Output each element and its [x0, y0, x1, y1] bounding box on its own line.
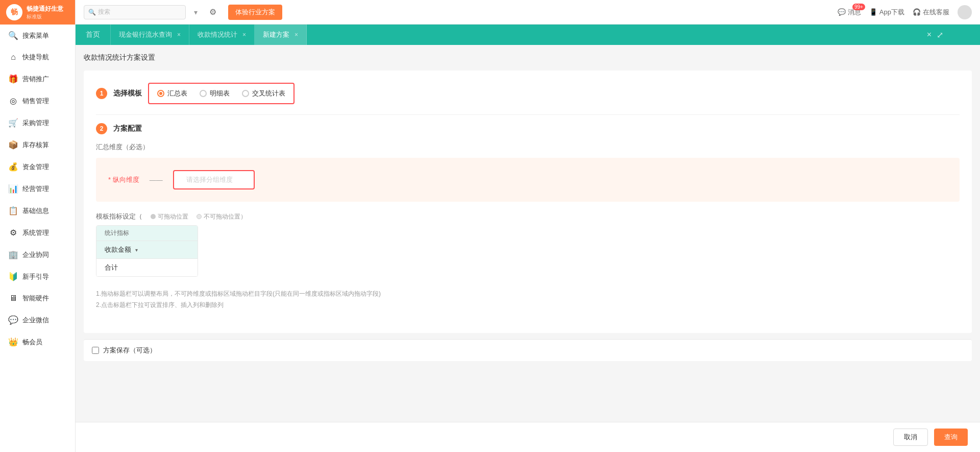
- radio-summary-circle: [157, 90, 164, 97]
- template-selection: 汇总表 明细表 交叉统计表: [148, 83, 295, 104]
- query-button[interactable]: 查询: [934, 429, 968, 446]
- sidebar-logo: 畅 畅捷通好生意 标准版: [0, 0, 75, 25]
- non-draggable-label: 不可拖动位置）: [204, 212, 247, 221]
- header-right: 💬 消息 99+ 📱 App下载 🎧 在线客服: [838, 5, 972, 19]
- vertical-dim-label: * 纵向维度: [108, 175, 139, 184]
- notice-badge: 99+: [852, 4, 865, 10]
- dropdown-arrow-icon[interactable]: ▾: [194, 8, 198, 16]
- sidebar-label-quick-nav: 快捷导航: [22, 53, 49, 62]
- sidebar-item-quick-nav[interactable]: ⌂ 快捷导航: [0, 46, 75, 68]
- app-download-label: App下载: [879, 8, 904, 17]
- cancel-button[interactable]: 取消: [893, 429, 928, 446]
- indicators-group-header: 统计指标: [96, 226, 198, 241]
- app-download-btn[interactable]: 📱 App下载: [869, 8, 904, 17]
- wechat-icon: 💬: [8, 315, 18, 325]
- sidebar-item-newbie[interactable]: 🔰 新手引导: [0, 266, 75, 288]
- sidebar-label-sales: 销售管理: [22, 97, 49, 106]
- step1-label: 选择模板: [113, 89, 142, 98]
- settings-icon[interactable]: ⚙: [206, 5, 220, 19]
- sidebar-label-basic: 基础信息: [22, 206, 49, 216]
- sidebar-item-member[interactable]: 👑 畅会员: [0, 331, 75, 353]
- tab-collection-stat-label: 收款情况统计: [198, 30, 237, 39]
- step1-num: 1: [96, 88, 107, 99]
- tab-expand-icon[interactable]: ⤢: [937, 30, 943, 40]
- sidebar-item-finance[interactable]: 💰 资金管理: [0, 156, 75, 178]
- sidebar-label-system: 系统管理: [22, 228, 49, 237]
- tab-close-all-icon[interactable]: ×: [927, 30, 932, 39]
- tab-new-plan[interactable]: 新建方案 ×: [255, 25, 307, 45]
- search-menu-icon: 🔍: [8, 31, 18, 40]
- sales-icon: ◎: [8, 96, 18, 106]
- tab-new-plan-close[interactable]: ×: [295, 31, 298, 38]
- sidebar-label-newbie: 新手引导: [22, 272, 49, 281]
- notice-btn[interactable]: 💬 消息 99+: [838, 8, 861, 17]
- search-input-area[interactable]: 🔍 搜索: [84, 5, 186, 19]
- sidebar-item-operation[interactable]: 📊 经营管理: [0, 178, 75, 200]
- tab-bank-flow[interactable]: 现金银行流水查询 ×: [111, 25, 189, 45]
- radio-cross-circle: [242, 90, 249, 97]
- sidebar-item-sales[interactable]: ◎ 销售管理: [0, 90, 75, 112]
- online-service-label: 在线客服: [923, 8, 949, 17]
- radio-detail-label: 明细表: [210, 89, 230, 98]
- dim-select-placeholder: 请选择分组维度: [186, 176, 233, 183]
- online-service-btn[interactable]: 🎧 在线客服: [913, 8, 949, 17]
- sidebar-label-member: 畅会员: [22, 338, 42, 347]
- top-header: 🔍 搜索 ▾ ⚙ 体验行业方案 💬 消息 99+ 📱 App下载 🎧 在线客服: [76, 0, 980, 25]
- newbie-icon: 🔰: [8, 272, 18, 281]
- sidebar-item-inventory[interactable]: 📦 库存核算: [0, 134, 75, 156]
- enterprise-icon: 🏢: [8, 250, 18, 259]
- sidebar-item-purchase[interactable]: 🛒 采购管理: [0, 112, 75, 134]
- radio-summary[interactable]: 汇总表: [157, 89, 187, 98]
- industry-btn[interactable]: 体验行业方案: [228, 5, 282, 20]
- radio-cross[interactable]: 交叉统计表: [242, 89, 285, 98]
- main-area: 🔍 搜索 ▾ ⚙ 体验行业方案 💬 消息 99+ 📱 App下载 🎧 在线客服: [76, 0, 980, 452]
- draggable-label: 可拖动位置: [158, 212, 188, 221]
- inventory-icon: 📦: [8, 140, 18, 150]
- sidebar-item-wechat[interactable]: 💬 企业微信: [0, 309, 75, 331]
- step1-header: 1 选择模板 汇总表 明细表 交叉统计表: [96, 83, 960, 104]
- indicator-group-label: 统计指标: [105, 229, 129, 236]
- logo-name: 畅捷通好生意: [27, 5, 63, 13]
- radio-detail-circle: [200, 90, 207, 97]
- tab-home[interactable]: 首页: [76, 25, 111, 45]
- indicators-label-row: 模板指标设定（ 可拖动位置 不可拖动位置）: [96, 212, 960, 221]
- tab-bank-flow-close[interactable]: ×: [177, 31, 181, 38]
- member-icon: 👑: [8, 337, 18, 347]
- tab-controls: × ⤢: [921, 25, 949, 45]
- tab-collection-stat-close[interactable]: ×: [242, 31, 246, 38]
- app-icon: 📱: [869, 8, 877, 16]
- dim-select[interactable]: 请选择分组维度: [173, 170, 255, 189]
- tab-collection-stat[interactable]: 收款情况统计 ×: [189, 25, 255, 45]
- draggable-hint: 可拖动位置: [151, 212, 188, 221]
- col-dropdown-icon[interactable]: ▾: [135, 247, 138, 253]
- search-placeholder-text: 搜索: [98, 8, 110, 16]
- avatar[interactable]: [958, 5, 972, 19]
- indicators-col-header[interactable]: 收款金额 ▾: [96, 241, 198, 259]
- sidebar-item-basic[interactable]: 📋 基础信息: [0, 200, 75, 222]
- sidebar-label-inventory: 库存核算: [22, 140, 49, 150]
- sidebar-item-marketing[interactable]: 🎁 营销推广: [0, 68, 75, 90]
- sidebar-label-search-menu: 搜索菜单: [22, 31, 49, 40]
- logo-text-block: 畅捷通好生意 标准版: [27, 5, 63, 20]
- sidebar-item-smart[interactable]: 🖥 智能硬件: [0, 288, 75, 309]
- arrow-right-icon: ——: [150, 176, 163, 184]
- gift-icon: 🎁: [8, 74, 18, 84]
- radio-detail[interactable]: 明细表: [200, 89, 230, 98]
- sidebar-item-enterprise[interactable]: 🏢 企业协同: [0, 244, 75, 266]
- sidebar-item-search-menu[interactable]: 🔍 搜索菜单: [0, 25, 75, 46]
- non-drag-dot-icon: [197, 214, 202, 219]
- operation-icon: 📊: [8, 184, 18, 194]
- sidebar-label-enterprise: 企业协同: [22, 250, 49, 259]
- save-checkbox[interactable]: [92, 347, 99, 354]
- home-icon: ⌂: [8, 53, 18, 62]
- indicators-label-text: 模板指标设定（: [96, 212, 142, 221]
- save-label: 方案保存（可选）: [103, 346, 156, 355]
- tab-home-label: 首页: [86, 30, 100, 39]
- sidebar-label-operation: 经营管理: [22, 184, 49, 194]
- tip-item-1: 1.拖动标题栏可以调整布局，不可跨维度或指标区域拖动栏目字段(只能在同一维度或指…: [96, 289, 960, 300]
- drag-dot-icon: [151, 214, 156, 219]
- radio-cross-label: 交叉统计表: [252, 89, 285, 98]
- page-content: 收款情况统计方案设置 1 选择模板 汇总表 明细表: [76, 45, 980, 422]
- service-icon: 🎧: [913, 8, 921, 16]
- sidebar-item-system[interactable]: ⚙ 系统管理: [0, 222, 75, 244]
